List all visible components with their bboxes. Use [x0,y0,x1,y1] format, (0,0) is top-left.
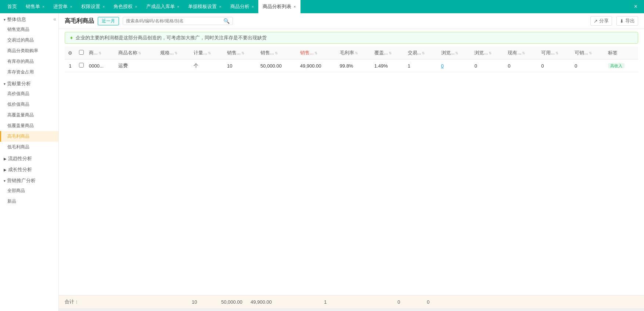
th-name[interactable]: 商品名称⇅ [116,47,158,59]
footer-current: 0 [395,299,425,305]
select-all-checkbox[interactable] [79,50,84,55]
sidebar-item-low-value[interactable]: 低价值商品 [0,99,58,110]
cell-sale-profit: 49,900.00 [298,59,338,72]
th-saleable[interactable]: 可销...⇅ [572,47,606,59]
cell-sale-amount: 50,000.00 [258,59,298,72]
table-footer: 合计： 10 50,000.00 49,900.00 1 0 0 [59,295,644,308]
nav-product-entry[interactable]: 产成品入库单 × [142,0,184,13]
sidebar-item-traded[interactable]: 交易过的商品 [0,35,58,46]
cell-saleable: 0 [572,59,606,72]
cell-sale-qty: 10 [225,59,258,72]
th-sale-amount[interactable]: 销售...⇅ [258,47,298,59]
info-banner: ✦ 企业的主要的利润都是这部分商品创造的，可考虑加大推广，同时关注库存是不要出现… [65,32,638,44]
nav-role-close[interactable]: × [135,4,137,9]
th-spec[interactable]: 规格...⇅ [158,47,191,59]
nav-sales-close[interactable]: × [42,4,44,9]
info-icon: ✦ [69,35,73,41]
th-settings[interactable]: ⚙ [65,47,76,59]
nav-template-close[interactable]: × [219,4,221,9]
marketing-arrow-icon: ▾ [4,179,6,183]
footer-sale-qty: 10 [190,299,219,305]
footer-sale-amount: 50,000.00 [219,299,248,305]
nav-product-analysis-list[interactable]: 商品分析列表 × [258,0,300,13]
sidebar-item-all-products[interactable]: 全部商品 [0,185,58,196]
cell-coverage: 1.49% [372,59,406,72]
cell-current: 0 [506,59,539,72]
nav-purchase[interactable]: 进货单 × [49,0,76,13]
footer-sale-profit: 49,900.00 [248,299,278,305]
th-unit[interactable]: 计量...⇅ [191,47,225,59]
content-header: 高毛利商品 近一月 🔍 ↗ 分享 ⬇ 导出 [59,13,644,29]
sidebar-item-high-margin[interactable]: 高毛利商品 [0,131,58,142]
th-transaction[interactable]: 交易...⇅ [406,47,439,59]
nav-product-analysis-close[interactable]: × [252,4,254,9]
search-box[interactable]: 🔍 [123,17,233,25]
sidebar-group-overall[interactable]: ▾ 整体信息 [0,13,58,24]
cell-browse2: 0 [472,59,506,72]
nav-permission[interactable]: 权限设置 × [77,0,109,13]
nav-template[interactable]: 单据模板设置 × [184,0,226,13]
browse1-link[interactable]: 0 [441,63,444,69]
export-icon: ⬇ [620,18,624,24]
cell-checkbox[interactable] [76,59,87,72]
sidebar-collapse-button[interactable]: « [53,16,56,22]
sidebar-item-low-coverage[interactable]: 低覆盖量商品 [0,120,58,131]
th-sale-profit[interactable]: 销售...⇅ [298,47,338,59]
sidebar-item-high-value[interactable]: 高价值商品 [0,88,58,99]
tag-badge: 高收入 [608,63,625,68]
contribution-arrow-icon: ▾ [4,82,6,86]
cell-code: 0000... [87,59,116,72]
th-available[interactable]: 可用...⇅ [539,47,572,59]
sidebar-item-new-products[interactable]: 新品 [0,196,58,207]
th-checkbox[interactable] [76,47,87,59]
cell-available: 0 [539,59,572,72]
growth-arrow-icon: ▶ [4,168,7,172]
th-current[interactable]: 现有...⇅ [506,47,539,59]
sidebar-item-high-coverage[interactable]: 高覆盖量商品 [0,110,58,120]
th-sale-qty[interactable]: 销售...⇅ [225,47,258,59]
nav-sales[interactable]: 销售单 × [21,0,49,13]
sidebar-item-stock-capital[interactable]: 库存资金占用 [0,67,58,77]
header-actions: ↗ 分享 ⬇ 导出 [590,16,638,26]
nav-product-analysis-list-close[interactable]: × [294,4,296,9]
table-wrapper: ⚙ 商...⇅ 商品名称⇅ 规格...⇅ 计量...⇅ 销售...⇅ 销售...… [59,47,644,295]
th-coverage[interactable]: 覆盖...⇅ [372,47,406,59]
th-gross-margin[interactable]: 毛利率⇅ [338,47,372,59]
cell-browse1[interactable]: 0 [439,59,472,72]
sidebar-item-low-margin[interactable]: 低毛利商品 [0,142,58,152]
horizontal-scrollbar[interactable] [59,308,644,311]
sidebar-group-growth[interactable]: ▶ 成长性分析 [0,163,58,174]
sidebar-group-marketing[interactable]: ▾ 营销推广分析 [0,174,58,185]
footer-available: 0 [425,299,454,305]
sidebar-item-sales-overview[interactable]: 销售览商品 [0,24,58,35]
nav-product-analysis[interactable]: 商品分析 × [226,0,258,13]
sidebar-item-in-stock[interactable]: 有库存的商品 [0,56,58,67]
row-checkbox[interactable] [79,63,84,68]
th-browse1[interactable]: 浏览...⇅ [439,47,472,59]
sidebar-item-category-rate[interactable]: 商品分类助购率 [0,46,58,56]
share-icon: ↗ [594,18,598,24]
table-header-row: ⚙ 商...⇅ 商品名称⇅ 规格...⇅ 计量...⇅ 销售...⇅ 销售...… [65,47,638,59]
nav-role[interactable]: 角色授权 × [109,0,141,13]
export-button[interactable]: ⬇ 导出 [616,16,638,26]
nav-product-entry-close[interactable]: × [177,4,179,9]
cell-unit: 个 [191,59,225,72]
global-close-button[interactable]: × [630,3,641,10]
nav-purchase-close[interactable]: × [70,4,72,9]
th-tag[interactable]: 标签 [606,47,638,59]
nav-permission-close[interactable]: × [102,4,105,9]
th-browse2[interactable]: 浏览...⇅ [472,47,506,59]
sidebar-group-contribution[interactable]: ▾ 贡献量分析 [0,77,58,88]
th-code[interactable]: 商...⇅ [87,47,116,59]
sidebar-group-trend[interactable]: ▶ 流趋性分析 [0,152,58,163]
search-input[interactable] [126,18,223,23]
trend-arrow-icon: ▶ [4,157,7,161]
cell-spec [158,59,191,72]
share-button[interactable]: ↗ 分享 [590,16,612,26]
table-row: 1 0000... 运费 个 10 50,000.00 49,900.00 99… [65,59,638,72]
page-title: 高毛利商品 [65,17,94,25]
cell-index: 1 [65,59,76,72]
nav-home[interactable]: 首页 [3,0,21,13]
filter-recent-month-button[interactable]: 近一月 [98,17,119,25]
cell-tag: 高收入 [606,59,638,72]
